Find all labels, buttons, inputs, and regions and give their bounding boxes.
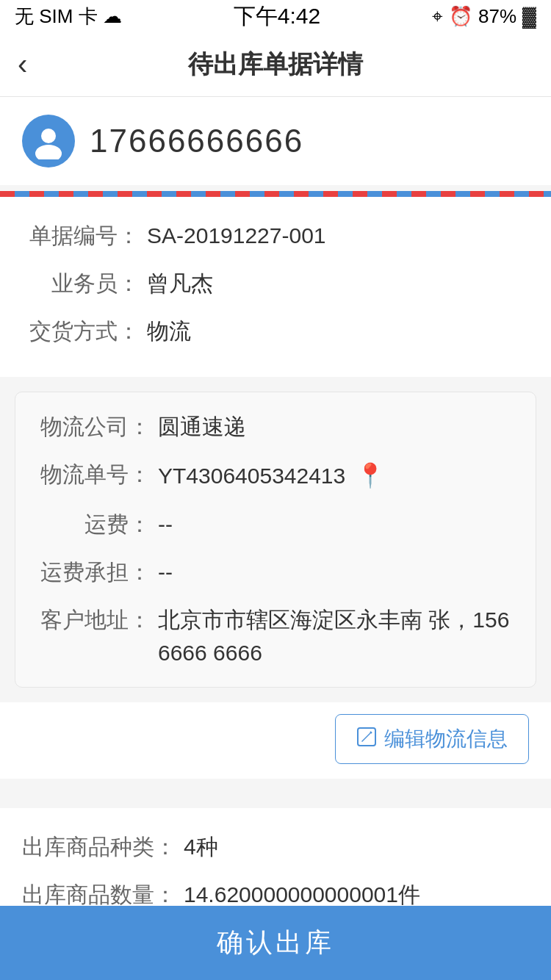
confirm-outbound-button[interactable]: 确认出库 [217,925,334,961]
goods-type-row: 出库商品种类： 4种 [22,830,529,863]
basic-info-section: 单据编号： SA-20191227-001 业务员： 曾凡杰 交货方式： 物流 [0,197,551,377]
page-title: 待出库单据详情 [188,48,363,82]
delivery-method-row: 交货方式： 物流 [22,314,529,347]
tracking-number-value: YT43064053424​13 📍 [151,458,518,493]
delivery-method-label: 交货方式： [22,314,140,347]
logistics-company-row: 物流公司： 圆通速递 [33,410,518,443]
map-pin-icon[interactable]: 📍 [356,458,385,493]
salesperson-value: 曾凡杰 [140,267,529,300]
status-bar: 无 SIM 卡 ☁ 下午4:42 ⌖ ⏰ 87% ▓ [0,0,551,32]
freight-row: 运费： -- [33,508,518,541]
customer-address-row: 客户地址： 北京市市辖区海淀区永丰南 张，156 6666 6666 [33,603,518,669]
freight-bearer-value: -- [151,555,518,588]
status-left: 无 SIM 卡 ☁ [15,4,122,29]
user-phone: 17666666666 [90,123,303,159]
confirm-btn-area: 确认出库 [0,906,551,980]
battery-label: 87% [478,5,516,28]
freight-bearer-row: 运费承担： -- [33,555,518,588]
delivery-method-value: 物流 [140,314,529,347]
edit-icon [356,727,377,752]
document-number-row: 单据编号： SA-20191227-001 [22,219,529,252]
goods-type-value: 4种 [176,830,529,863]
nav-bar: ‹ 待出库单据详情 [0,32,551,97]
goods-type-label: 出库商品种类： [22,830,176,863]
location-icon: ⌖ [432,5,443,28]
customer-address-value: 北京市市辖区海淀区永丰南 张，156 6666 6666 [151,603,518,669]
logistics-company-value: 圆通速递 [151,410,518,443]
salesperson-label: 业务员： [22,267,140,300]
avatar [22,115,75,167]
svg-point-1 [35,145,62,159]
logistics-card: 物流公司： 圆通速递 物流单号： YT43064053424​13 📍 运费： … [15,392,536,688]
sim-status: 无 SIM 卡 ☁ [15,4,122,29]
salesperson-row: 业务员： 曾凡杰 [22,267,529,300]
document-number-value: SA-20191227-001 [140,219,529,252]
edit-logistics-button[interactable]: 编辑物流信息 [335,714,529,764]
edit-logistics-label: 编辑物流信息 [384,725,508,753]
tracking-number-label: 物流单号： [33,458,151,491]
logistics-company-label: 物流公司： [33,410,151,443]
alarm-icon: ⏰ [449,5,472,28]
status-time: 下午4:42 [234,1,320,32]
document-number-label: 单据编号： [22,219,140,252]
edit-logistics-wrapper: 编辑物流信息 [0,702,551,779]
tracking-number-row: 物流单号： YT43064053424​13 📍 [33,458,518,493]
freight-label: 运费： [33,508,151,541]
avatar-icon [30,123,67,159]
status-right: ⌖ ⏰ 87% ▓ [432,5,536,28]
main-content: 17666666666 单据编号： SA-20191227-001 业务员： 曾… [0,97,551,980]
user-header: 17666666666 [0,97,551,191]
back-button[interactable]: ‹ [18,48,27,81]
freight-value: -- [151,508,518,541]
battery-icon: ▓ [522,5,536,28]
svg-point-0 [41,129,56,143]
section-divider [0,793,551,808]
decorative-border [0,191,551,197]
freight-bearer-label: 运费承担： [33,555,151,588]
customer-address-label: 客户地址： [33,603,151,636]
